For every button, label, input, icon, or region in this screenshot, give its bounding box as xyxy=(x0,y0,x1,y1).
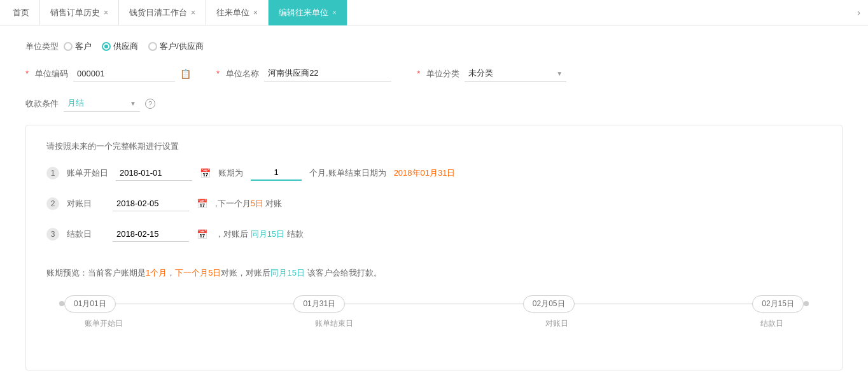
period-row-1: 1 账单开始日 📅 账期为 个月,账单结束日期为 2018年01月31日 xyxy=(46,165,822,181)
copy-icon[interactable]: 📋 xyxy=(180,69,191,79)
tab-edit-partner-close[interactable]: × xyxy=(332,8,337,17)
period-panel-title: 请按照未来的一个完整帐期进行设置 xyxy=(46,141,822,152)
unit-category-label: 单位分类 xyxy=(426,68,459,80)
period-row-2: 2 对账日 📅 ,下一个月5日 对账 xyxy=(46,196,822,211)
unit-code-group: * 单位编码 📋 xyxy=(25,66,191,81)
timeline-node-4-date: 02月15日 xyxy=(752,295,804,313)
radio-supplier-label: 供应商 xyxy=(113,41,138,52)
unit-info-row: * 单位编码 📋 * 单位名称 * 单位分类 未分类 ▼ xyxy=(25,65,843,82)
unit-type-row: 单位类型 客户 供应商 客户/供应商 xyxy=(25,41,843,52)
radio-both-circle xyxy=(148,42,157,51)
timeline-node-3-date: 02月05日 xyxy=(523,295,575,313)
tab-bar: 首页 销售订单历史 × 钱货日清工作台 × 往来单位 × 编辑往来单位 × › xyxy=(0,0,868,25)
preview-part3: 同月15日 xyxy=(270,268,304,278)
period-date-2[interactable] xyxy=(113,196,189,211)
timeline-node-4: 02月15日 xyxy=(752,295,804,313)
timeline-nodes-row: 01月01日 01月31日 02月05日 02月15日 xyxy=(64,295,804,313)
tab-cash-ledger-close[interactable]: × xyxy=(191,8,195,17)
period-months-input[interactable] xyxy=(251,165,302,181)
period-label-3: 结款日 xyxy=(67,229,105,240)
radio-supplier-circle xyxy=(102,42,111,51)
tab-more-button[interactable]: › xyxy=(850,0,868,25)
timeline-node-2-date: 01月31日 xyxy=(293,295,345,313)
unit-name-group: * 单位名称 xyxy=(216,66,391,81)
radio-customer-circle xyxy=(64,42,73,51)
payment-terms-arrow: ▼ xyxy=(130,100,136,107)
unit-category-value: 未分类 xyxy=(468,67,554,79)
period-panel: 请按照未来的一个完整帐期进行设置 1 账单开始日 📅 账期为 个月,账单结束日期… xyxy=(25,125,843,370)
unit-name-input[interactable] xyxy=(264,66,391,81)
payment-terms-label: 收款条件 xyxy=(25,98,59,109)
unit-category-select[interactable]: 未分类 ▼ xyxy=(465,65,566,82)
unit-category-group: * 单位分类 未分类 ▼ xyxy=(417,65,566,82)
timeline-label-3: 对账日 xyxy=(545,318,568,329)
help-icon-text: ? xyxy=(148,100,152,108)
unit-code-label: 单位编码 xyxy=(35,68,68,80)
payment-terms-group: 收款条件 月结 ▼ ? xyxy=(25,95,155,112)
timeline-node-1: 01月01日 xyxy=(64,295,116,313)
tab-partner-units[interactable]: 往来单位 × xyxy=(206,0,269,25)
period-date-1[interactable] xyxy=(116,165,192,181)
preview-sep1: ， xyxy=(167,268,175,278)
timeline-start-dot xyxy=(59,301,64,306)
tab-edit-partner-label: 编辑往来单位 xyxy=(279,7,328,18)
period-end-date-1: 2018年01月31日 xyxy=(394,167,456,179)
radio-group-unit-type: 客户 供应商 客户/供应商 xyxy=(64,41,204,52)
timeline-node-3: 02月05日 xyxy=(523,295,575,313)
payment-terms-row: 收款条件 月结 ▼ ? xyxy=(25,95,843,112)
help-icon[interactable]: ? xyxy=(145,99,155,109)
unit-cat-star: * xyxy=(417,69,420,78)
timeline-node-1-date: 01月01日 xyxy=(64,295,116,313)
timeline-labels-row: 账单开始日 账单结束日 对账日 结款日 xyxy=(59,318,809,329)
period-suffix-3: ，对账后 同月15日 结款 xyxy=(215,229,304,240)
calendar-icon-3[interactable]: 📅 xyxy=(197,229,207,239)
period-label-1: 账单开始日 xyxy=(67,167,108,179)
period-num-1: 1 xyxy=(46,167,59,179)
period-label-2: 对账日 xyxy=(67,198,105,209)
preview-label: 账期预览：当前客户账期是 xyxy=(46,268,146,278)
payment-terms-value: 月结 xyxy=(67,97,127,109)
radio-supplier[interactable]: 供应商 xyxy=(102,41,138,52)
tab-sales-history[interactable]: 销售订单历史 × xyxy=(40,0,119,25)
period-num-2: 2 xyxy=(46,197,59,210)
period-suffix-after-1: 个月,账单结束日期为 xyxy=(309,167,386,179)
period-suffix-before-1: 账期为 xyxy=(218,167,243,179)
unit-type-group: 单位类型 客户 供应商 客户/供应商 xyxy=(25,41,204,52)
radio-customer-label: 客户 xyxy=(75,41,92,52)
preview-section: 账期预览：当前客户账期是1个月，下一个月5日对账，对账后同月15日 该客户会给我… xyxy=(46,257,822,355)
timeline-end-dot xyxy=(804,301,809,306)
timeline-track: 01月01日 01月31日 02月05日 02月15日 xyxy=(59,294,809,313)
tab-cash-ledger-label: 钱货日清工作台 xyxy=(129,7,187,18)
preview-text: 账期预览：当前客户账期是1个月，下一个月5日对账，对账后同月15日 该客户会给我… xyxy=(46,267,822,279)
period-num-3: 3 xyxy=(46,228,59,241)
payment-terms-dropdown[interactable]: 月结 ▼ xyxy=(64,95,140,112)
timeline-wrapper: 01月01日 01月31日 02月05日 02月15日 xyxy=(46,294,822,355)
tab-home[interactable]: 首页 xyxy=(0,0,40,25)
unit-name-star: * xyxy=(216,69,220,78)
unit-type-label: 单位类型 xyxy=(25,41,59,52)
tab-sales-history-close[interactable]: × xyxy=(104,8,108,17)
timeline-items: 01月01日 01月31日 02月05日 02月15日 xyxy=(64,294,804,313)
radio-customer[interactable]: 客户 xyxy=(64,41,92,52)
preview-part1: 1个月 xyxy=(146,268,167,278)
unit-code-star: * xyxy=(25,69,29,78)
calendar-icon-1[interactable]: 📅 xyxy=(200,168,211,178)
unit-category-arrow: ▼ xyxy=(556,70,563,77)
period-suffix-2: ,下一个月5日 对账 xyxy=(215,198,282,209)
tab-sales-history-label: 销售订单历史 xyxy=(50,7,100,18)
preview-part2: 下一个月5日 xyxy=(175,268,221,278)
calendar-icon-2[interactable]: 📅 xyxy=(197,199,207,209)
tab-home-label: 首页 xyxy=(13,7,29,18)
unit-code-input[interactable] xyxy=(73,66,175,81)
period-row-3: 3 结款日 📅 ，对账后 同月15日 结款 xyxy=(46,227,822,242)
period-date-3[interactable] xyxy=(113,227,189,242)
tab-partner-units-close[interactable]: × xyxy=(253,8,258,17)
timeline-node-2: 01月31日 xyxy=(293,295,345,313)
preview-suffix: 该客户会给我打款。 xyxy=(307,268,382,278)
radio-both[interactable]: 客户/供应商 xyxy=(148,41,204,52)
timeline-label-4: 结款日 xyxy=(760,318,783,329)
timeline-label-1: 账单开始日 xyxy=(85,318,123,329)
tab-edit-partner[interactable]: 编辑往来单位 × xyxy=(269,0,347,25)
tab-partner-units-label: 往来单位 xyxy=(216,7,249,18)
tab-cash-ledger[interactable]: 钱货日清工作台 × xyxy=(119,0,206,25)
